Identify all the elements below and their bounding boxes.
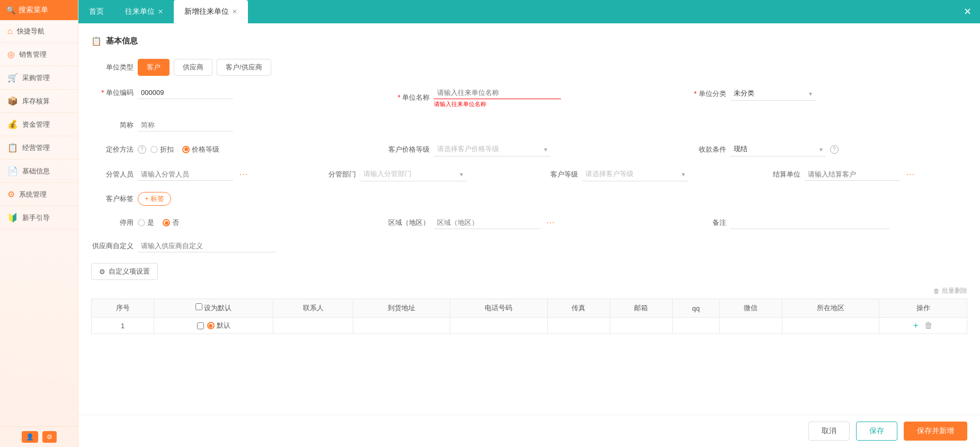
sidebar-item-system[interactable]: ⚙ 系统管理	[0, 183, 78, 206]
disabled-no-label: 否	[172, 218, 179, 227]
settlement-unit-label: 结算单位	[758, 170, 800, 179]
supervisor-input[interactable]	[138, 168, 233, 181]
main-area: 首页 往来单位 ✕ 新增往来单位 ✕ ✕ 📋 基本信息 单位类型 客户 供应商	[78, 0, 980, 447]
pricing-discount-option[interactable]: 折扣	[150, 145, 174, 154]
payment-terms-select-wrapper: 现结 ▾	[730, 142, 826, 156]
tab-home-label: 首页	[89, 7, 104, 16]
row-checkbox[interactable]	[197, 322, 204, 329]
pricing-help-icon[interactable]: ?	[138, 145, 146, 154]
col-seq: 序号	[92, 299, 154, 318]
payment-terms-value: 现结	[730, 142, 826, 156]
payment-terms-help-icon[interactable]: ?	[830, 145, 839, 154]
disabled-region-row: 停用 是 否 区域（地区） ··· 备注	[91, 216, 967, 229]
sidebar-item-purchase[interactable]: 🛒 采购管理	[0, 66, 78, 90]
sidebar-item-inventory[interactable]: 📦 库存核算	[0, 90, 78, 113]
sidebar-user-btn[interactable]: 👤	[22, 431, 38, 443]
sidebar-settings-btn[interactable]: ⚙	[42, 431, 57, 443]
tab-close-all[interactable]: ✕	[955, 6, 980, 17]
custom-settings-label: 自定义项设置	[109, 267, 150, 276]
col-default: 设为默认	[154, 299, 273, 318]
row-default-radio-option[interactable]: 默认	[207, 321, 230, 330]
disabled-yes-radio	[138, 219, 145, 226]
search-menu-label: 搜索菜单	[19, 5, 48, 15]
customer-tag-label: 客户标签	[91, 194, 133, 204]
sidebar-item-guide[interactable]: 🔰 新手引导	[0, 206, 78, 230]
row-delete-btn[interactable]: 🗑	[924, 321, 933, 330]
sidebar-item-inventory-label: 库存核算	[22, 97, 50, 106]
sidebar-item-finance[interactable]: 💰 资金管理	[0, 113, 78, 136]
unit-type-row: 单位类型 客户 供应商 客户/供应商	[91, 59, 967, 76]
save-button[interactable]: 保存	[856, 422, 897, 441]
save-new-button[interactable]: 保存并新增	[904, 422, 967, 441]
col-fax: 传真	[547, 299, 610, 318]
customer-price-level-placeholder: 请选择客户价格等级	[434, 142, 550, 156]
unit-type-supplier-btn[interactable]: 供应商	[174, 59, 212, 76]
unit-name-input[interactable]	[434, 86, 561, 99]
customer-price-level-select-wrapper: 请选择客户价格等级 ▾	[434, 142, 550, 156]
disabled-yes-option[interactable]: 是	[138, 218, 154, 227]
basic-info-icon: 📄	[7, 166, 18, 176]
row-wechat	[719, 318, 782, 334]
finance-icon: 💰	[7, 119, 18, 129]
sidebar-item-system-label: 系统管理	[19, 190, 47, 199]
unit-type-customer-btn[interactable]: 客户	[138, 59, 170, 76]
unit-name-field: 单位名称 请输入往来单位名称	[387, 86, 671, 108]
region-more-btn[interactable]: ···	[544, 218, 557, 227]
supplier-custom-input[interactable]	[138, 240, 275, 252]
row-seq: 1	[92, 318, 154, 334]
pricing-level-option[interactable]: 价格等级	[182, 145, 219, 154]
add-tag-btn[interactable]: + 标签	[138, 192, 171, 206]
code-name-category-row: 单位编码 单位名称 请输入往来单位名称 单位分类 未分类 ▾	[91, 86, 967, 108]
sidebar-item-quick-nav-label: 快捷导航	[17, 27, 44, 36]
unit-type-both-btn[interactable]: 客户/供应商	[217, 59, 271, 76]
purchase-icon: 🛒	[7, 73, 18, 83]
unit-name-label: 单位名称	[387, 93, 430, 102]
sidebar-item-sales[interactable]: ◎ 销售管理	[0, 43, 78, 66]
col-email: 邮箱	[610, 299, 672, 318]
col-location: 所在地区	[782, 299, 879, 318]
payment-terms-label: 收款条件	[684, 145, 726, 154]
table-row: 1 默认	[92, 318, 967, 334]
customer-level-label: 客户等级	[536, 170, 578, 179]
supervisor-more-btn[interactable]: ···	[237, 170, 250, 179]
tab-new-partner-close[interactable]: ✕	[232, 8, 237, 15]
search-menu[interactable]: 🔍 搜索菜单	[0, 0, 78, 20]
pricing-discount-radio	[150, 146, 158, 153]
tab-home[interactable]: 首页	[78, 0, 114, 23]
custom-settings-btn[interactable]: ⚙ 自定义项设置	[91, 263, 158, 280]
tab-new-partner[interactable]: 新增往来单位 ✕	[174, 0, 248, 23]
customer-price-level-label: 客户价格等级	[387, 145, 430, 154]
row-add-btn[interactable]: +	[913, 321, 918, 330]
tab-partners[interactable]: 往来单位 ✕	[114, 0, 174, 23]
col-action: 操作	[879, 299, 967, 318]
shortname-row: 简称	[91, 119, 967, 132]
bulk-delete-label[interactable]: 批量删除	[942, 286, 967, 295]
unit-code-input[interactable]	[138, 86, 233, 99]
remark-input[interactable]	[730, 216, 889, 229]
settlement-unit-more-btn[interactable]: ···	[904, 170, 917, 179]
short-name-input[interactable]	[138, 119, 233, 132]
sidebar-item-quick-nav[interactable]: ⌂ 快捷导航	[0, 20, 78, 43]
settlement-unit-field: 结算单位 ···	[758, 168, 968, 181]
region-input[interactable]	[434, 216, 540, 229]
payment-terms-field: 收款条件 现结 ▾ ?	[684, 142, 967, 156]
select-all-checkbox[interactable]	[195, 303, 202, 310]
cancel-button[interactable]: 取消	[808, 422, 850, 441]
sidebar-item-basic-info[interactable]: 📄 基础信息	[0, 160, 78, 183]
bulk-delete-icon: 🗑	[933, 287, 940, 295]
row-qq	[672, 318, 719, 334]
sidebar-item-operations[interactable]: 📋 经营管理	[0, 136, 78, 160]
unit-type-label: 单位类型	[91, 63, 133, 72]
row-phone	[450, 318, 547, 334]
contact-table: 序号 设为默认 联系人 到货地址 电话号码 传真 邮箱 qq 微信 所在地区 操…	[91, 299, 967, 334]
tab-partners-close[interactable]: ✕	[158, 8, 163, 15]
pricing-level-label: 价格等级	[192, 145, 219, 154]
department-field: 分管部门 请输入分管部门 ▾	[314, 167, 523, 181]
sidebar-item-sales-label: 销售管理	[19, 50, 47, 59]
supplier-custom-row: 供应商自定义	[91, 240, 967, 252]
unit-type-group: 客户 供应商 客户/供应商	[138, 59, 271, 76]
footer-bar: 取消 保存 保存并新增	[78, 415, 980, 447]
disabled-no-option[interactable]: 否	[163, 218, 179, 227]
settlement-unit-input[interactable]	[805, 168, 900, 181]
sidebar-item-guide-label: 新手引导	[22, 213, 50, 223]
